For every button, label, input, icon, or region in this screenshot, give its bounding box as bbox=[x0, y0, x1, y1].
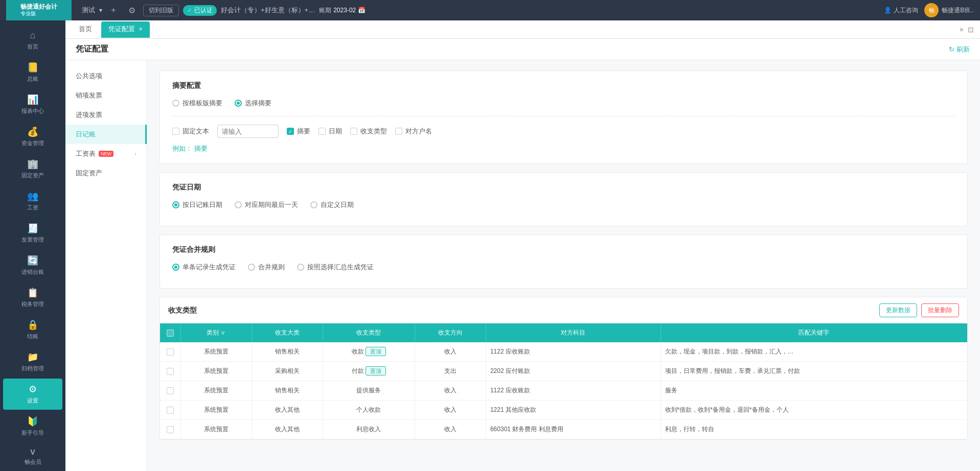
refresh-button[interactable]: ↻ 刷新 bbox=[949, 45, 970, 54]
td-checkbox-0[interactable] bbox=[160, 342, 180, 362]
radio-journal-date[interactable]: 按日记账日期 bbox=[172, 200, 222, 209]
fixed-text-input[interactable] bbox=[217, 125, 279, 138]
th-counter-subject: 对方科目 bbox=[486, 323, 660, 342]
table-row: 系统预置 收入其他 个人收款 收入 1221 其他应收款 收到*借款，收到*备用… bbox=[160, 401, 967, 420]
date-section-title: 凭证日期 bbox=[172, 183, 955, 192]
td-counter-subject-2: 1122 应收账款 bbox=[486, 381, 660, 401]
radio-summary-gen-circle bbox=[297, 264, 304, 271]
radio-template-summary[interactable]: 按模板版摘要 bbox=[172, 99, 222, 108]
reports-icon: 📊 bbox=[27, 94, 38, 105]
checkbox-fixed-text-box bbox=[172, 128, 179, 135]
header-middle: 测试 ▾ + ⚙ 切到旧版 ✓ 已认证 好会计（专）+好生意（标）+… 账期 2… bbox=[76, 3, 880, 17]
checkbox-counterparty-label: 对方户名 bbox=[405, 127, 432, 136]
td-checkbox-3[interactable] bbox=[160, 401, 180, 420]
sidebar-item-reports[interactable]: 📊 报表中心 bbox=[3, 89, 62, 120]
td-income-cat-1: 采购相关 bbox=[252, 362, 323, 381]
sidebar-item-home[interactable]: ⌂ 首页 bbox=[3, 25, 62, 56]
sidebar-item-invoice-mgmt[interactable]: 🧾 发票管理 bbox=[3, 218, 62, 249]
menu-item-fixed-assets-menu[interactable]: 固定资产 bbox=[65, 163, 147, 183]
radio-single-circle bbox=[172, 264, 179, 271]
tab-close-icon[interactable]: × bbox=[139, 26, 143, 33]
sidebar-item-new-guide[interactable]: 🔰 新手引导 bbox=[3, 411, 62, 442]
user-menu[interactable]: 畅 畅捷通B班.. bbox=[924, 3, 974, 17]
batch-delete-button[interactable]: 批量删除 bbox=[921, 303, 959, 317]
switch-version-button[interactable]: 切到旧版 bbox=[143, 5, 179, 16]
th-income-type: 收支类型 bbox=[323, 323, 415, 342]
menu-item-payroll-table[interactable]: 工资表 NEW › bbox=[65, 144, 147, 163]
sidebar-item-funds[interactable]: 💰 资金管理 bbox=[3, 121, 62, 152]
tab-voucher-config[interactable]: 凭证配置 × bbox=[101, 21, 150, 38]
sidebar-item-membership[interactable]: V 畅会员 bbox=[3, 443, 62, 471]
sidebar-item-fixed-assets[interactable]: 🏢 固定资产 bbox=[3, 153, 62, 184]
checkboxes-row: 固定文本 摘要 日期 bbox=[172, 125, 955, 138]
checkbox-income-type[interactable]: 收支类型 bbox=[350, 127, 387, 136]
radio-custom-date[interactable]: 自定义日期 bbox=[310, 200, 354, 209]
sidebar-item-closing[interactable]: 🔒 结账 bbox=[3, 314, 62, 345]
td-checkbox-2[interactable] bbox=[160, 381, 180, 401]
radio-select-summary[interactable]: 选择摘要 bbox=[235, 99, 271, 108]
checkbox-counterparty[interactable]: 对方户名 bbox=[395, 127, 432, 136]
sidebar-item-tax-mgmt[interactable]: 📋 税务管理 bbox=[3, 282, 62, 313]
radio-summary-gen[interactable]: 按照选择汇总生成凭证 bbox=[297, 263, 374, 272]
checkbox-fixed-text[interactable]: 固定文本 bbox=[172, 127, 209, 136]
header-chevron-icon[interactable]: ▾ bbox=[99, 7, 102, 14]
td-category-0: 系统预置 bbox=[180, 342, 252, 362]
username-label: 畅捷通B班.. bbox=[942, 6, 974, 15]
menu-item-journal[interactable]: 日记账 bbox=[65, 125, 147, 144]
radio-merge-label: 合并规则 bbox=[258, 263, 285, 272]
menu-item-purchase-invoice[interactable]: 进项发票 bbox=[65, 105, 147, 125]
sidebar-item-settings[interactable]: ⚙ 设置 bbox=[3, 379, 62, 410]
td-counter-subject-3: 1221 其他应收款 bbox=[486, 401, 660, 420]
header-test-label: 测试 bbox=[82, 6, 95, 15]
example-row: 例如： 摘要 bbox=[172, 144, 955, 153]
date-radio-group: 按日记账日期 对应期间最后一天 自定义日期 bbox=[172, 200, 955, 209]
radio-single-label: 单条记录生成凭证 bbox=[183, 263, 236, 272]
radio-select-label: 选择摘要 bbox=[245, 99, 271, 108]
checkbox-date[interactable]: 日期 bbox=[318, 127, 342, 136]
update-data-button[interactable]: 更新数据 bbox=[879, 303, 917, 317]
radio-period-last[interactable]: 对应期间最后一天 bbox=[235, 200, 298, 209]
td-checkbox-4[interactable] bbox=[160, 420, 180, 439]
funds-icon: 💰 bbox=[27, 126, 38, 137]
certified-label: 已认证 bbox=[194, 6, 213, 15]
sidebar-item-archive[interactable]: 📁 归档管理 bbox=[3, 346, 62, 378]
td-category-4: 系统预置 bbox=[180, 420, 252, 439]
tab-home[interactable]: 首页 bbox=[72, 21, 99, 38]
td-direction-3: 收入 bbox=[415, 401, 486, 420]
tab-bar: 首页 凭证配置 × × ⊡ bbox=[65, 20, 980, 39]
menu-item-sales-invoice[interactable]: 销项发票 bbox=[65, 86, 147, 105]
td-direction-0: 收入 bbox=[415, 342, 486, 362]
radio-custom-date-label: 自定义日期 bbox=[321, 200, 354, 209]
tab-bar-right: × ⊡ bbox=[960, 26, 974, 34]
sidebar-item-ledger[interactable]: 📒 总账 bbox=[3, 57, 62, 88]
add-icon[interactable]: + bbox=[106, 3, 121, 17]
purchase-sales-icon: 🔄 bbox=[27, 255, 38, 266]
checkbox-income-type-label: 收支类型 bbox=[360, 127, 387, 136]
checkbox-summary[interactable]: 摘要 bbox=[287, 127, 310, 136]
th-checkbox[interactable] bbox=[160, 323, 180, 342]
td-match-keyword-4: 利息，行转，转自 bbox=[660, 420, 967, 439]
tax-mgmt-icon: 📋 bbox=[27, 287, 38, 298]
radio-merge-rule[interactable]: 合并规则 bbox=[248, 263, 285, 272]
settings-icon[interactable]: ⚙ bbox=[125, 3, 139, 17]
tab-bar-expand-icon[interactable]: ⊡ bbox=[968, 26, 974, 34]
tab-bar-close-icon[interactable]: × bbox=[960, 26, 964, 34]
sidebar-item-payroll[interactable]: 👥 工资 bbox=[3, 185, 62, 217]
td-match-keyword-1: 项目，日常费用，报销款，车费，承兑汇票，付款 bbox=[660, 362, 967, 381]
service-button[interactable]: 👤 人工咨询 bbox=[884, 6, 918, 15]
menu-item-public[interactable]: 公共选项 bbox=[65, 66, 147, 86]
td-match-keyword-3: 收到*借款，收到*备用金，退回*备用金，个人 bbox=[660, 401, 967, 420]
sidebar-item-purchase-sales[interactable]: 🔄 进销台账 bbox=[3, 250, 62, 281]
radio-single-record[interactable]: 单条记录生成凭证 bbox=[172, 263, 236, 272]
new-badge: NEW bbox=[99, 151, 113, 157]
company-tags: 好会计（专）+好生意（标）+… bbox=[221, 6, 315, 15]
income-type-section: 收支类型 更新数据 批量删除 bbox=[159, 297, 968, 440]
menu-item-purchase-invoice-label: 进项发票 bbox=[76, 110, 102, 120]
checkbox-summary-box bbox=[287, 128, 294, 135]
invoice-mgmt-icon: 🧾 bbox=[27, 223, 38, 234]
income-type-tbody: 系统预置 销售相关 收款 置顶 收入 1122 应收账款 欠款，现金，项目款，到… bbox=[160, 342, 967, 439]
td-checkbox-1[interactable] bbox=[160, 362, 180, 381]
td-income-type-1: 付款 置顶 bbox=[323, 362, 415, 381]
summary-section: 摘要配置 按模板版摘要 选择摘要 bbox=[159, 70, 968, 164]
menu-item-fixed-assets-label: 固定资产 bbox=[76, 169, 102, 178]
